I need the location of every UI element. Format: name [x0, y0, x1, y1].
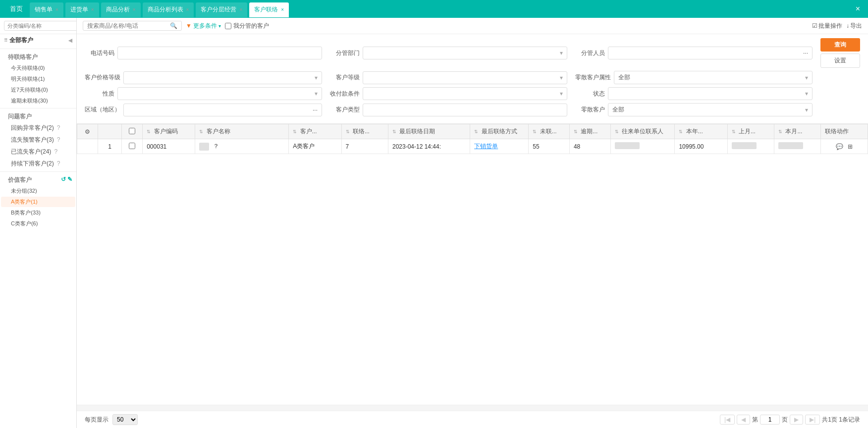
close-tab-customer-tier[interactable]: × [239, 7, 242, 12]
batch-op-button[interactable]: ☑ 批量操作 [812, 22, 842, 30]
filter-label-region: 区域（地区） [85, 106, 120, 114]
filter-input-customer-type[interactable] [363, 104, 567, 116]
toolbar-search-input[interactable] [87, 22, 168, 29]
row-check[interactable] [121, 139, 142, 154]
sort-icon-type: ⇅ [293, 129, 297, 134]
help-icon-repurchase[interactable]: ? [57, 124, 60, 131]
filter-item-dept: 分管部门 ▾ [330, 47, 567, 59]
sort-icon-this-month: ⇅ [778, 129, 782, 134]
name-icon [199, 143, 209, 151]
col-header-type[interactable]: ⇅ 客户... [289, 124, 341, 139]
gear-icon[interactable]: ⚙ [85, 128, 90, 135]
export-button[interactable]: ↓ 导出 [846, 22, 862, 30]
sidebar-item-repurchase-abnormal[interactable]: 回购异常客户(2) ? [1, 122, 75, 134]
help-icon-churn-warning[interactable]: ? [57, 136, 60, 143]
sort-icon-person: ⇅ [615, 129, 619, 134]
sidebar-item-class-a[interactable]: A类客户(1) [1, 197, 75, 207]
chat-action-icon[interactable]: 💬 [836, 143, 843, 150]
sidebar-item-overdue-contact[interactable]: 逾期未联络(30) [1, 96, 75, 106]
help-icon-declining[interactable]: ? [57, 160, 60, 167]
next-page-button[interactable]: ▶ [790, 415, 803, 425]
filter-input-phone[interactable] [117, 47, 322, 59]
filter-input-region[interactable]: ··· [123, 104, 322, 116]
prev-page-button[interactable]: ◀ [737, 415, 750, 425]
col-header-last-month[interactable]: ⇅ 上月... [727, 124, 774, 139]
filter-row-1: 电话号码 分管部门 ▾ 分管人员 ··· [85, 38, 860, 68]
help-icon-churned[interactable]: ? [54, 148, 57, 155]
settings-button[interactable]: 设置 [820, 54, 860, 68]
sidebar-item-churn-warning[interactable]: 流失预警客户(3) ? [1, 134, 75, 146]
col-header-this-year[interactable]: ⇅ 本年... [675, 124, 727, 139]
filter-label-retail-customer: 零散客户 [575, 106, 605, 114]
filter-input-nature[interactable]: ▾ [117, 87, 322, 100]
col-header-no-contact[interactable]: ⇅ 未联... [529, 124, 570, 139]
filter-input-person[interactable]: ··· [608, 47, 813, 59]
row-last-way[interactable]: 下销货单 [470, 139, 529, 154]
my-customers-checkbox-label[interactable]: 我分管的客户 [225, 22, 269, 30]
nav-tab-sales[interactable]: 销售单 × [30, 2, 63, 17]
filter-input-retail-attr[interactable]: 全部 ▾ [614, 71, 813, 84]
sidebar-item-class-c[interactable]: C类客户(6) [1, 218, 75, 229]
horizontal-scrollbar[interactable] [77, 405, 868, 411]
filter-input-price-level[interactable]: ▾ [123, 71, 322, 84]
col-header-this-month[interactable]: ⇅ 本月... [774, 124, 821, 139]
row-num: 1 [98, 139, 121, 154]
col-header-num [98, 124, 121, 139]
select-all-checkbox[interactable] [129, 128, 135, 134]
col-header-actions: 联络动作 [821, 124, 868, 139]
sidebar-item-today-contact[interactable]: 今天待联络(0) [1, 63, 75, 73]
row-checkbox[interactable] [129, 143, 135, 149]
sort-icon-no-contact: ⇅ [533, 129, 537, 134]
col-header-overdue[interactable]: ⇅ 逾期... [569, 124, 610, 139]
filter-actions-col: 查询 设置 [820, 38, 860, 68]
close-tab-product-analysis[interactable]: × [133, 7, 136, 12]
toolbar-search-icon[interactable]: 🔍 [170, 22, 177, 29]
close-tab-sales[interactable]: × [55, 7, 58, 12]
close-tab-product-list[interactable]: × [186, 7, 189, 12]
nav-home[interactable]: 首页 [4, 4, 29, 13]
col-header-name[interactable]: ⇅ 客户名称 [195, 124, 289, 139]
sidebar-item-class-b[interactable]: B类客户(33) [1, 208, 75, 218]
nav-tab-product-list[interactable]: 商品分析列表 × [143, 2, 194, 17]
filter-input-customer-level[interactable]: ▾ [363, 71, 567, 84]
col-header-last-date[interactable]: ⇅ 最后联络日期 [388, 124, 470, 139]
first-page-button[interactable]: |◀ [720, 415, 735, 425]
row-this-month [774, 139, 821, 154]
sidebar-search-input[interactable] [4, 21, 77, 31]
filter-input-retail-customer[interactable]: 全部 ▾ [608, 103, 813, 116]
toolbar-filter-more[interactable]: ▼ 更多条件 ▾ [186, 22, 221, 30]
page-number-input[interactable] [760, 415, 780, 425]
sidebar-item-7days-contact[interactable]: 近7天待联络(0) [1, 85, 75, 95]
nav-tab-customer-contact[interactable]: 客户联络 × [249, 2, 289, 17]
sidebar-all-customers[interactable]: ⠿ 全部客户 ◀ [0, 34, 76, 47]
col-header-person[interactable]: ⇅ 往来单位联系人 [610, 124, 675, 139]
my-customers-checkbox[interactable] [225, 23, 231, 29]
sidebar: 🔍 ⠿ 全部客户 ◀ 待联络客户 今天待联络(0) 明天待联络(1) 近7天待联… [0, 18, 77, 428]
sidebar-item-unclassified[interactable]: 未分组(32) [1, 186, 75, 196]
group-actions-value[interactable]: ↺ ✎ [61, 176, 72, 183]
query-button[interactable]: 查询 [820, 38, 860, 52]
nav-tab-purchase[interactable]: 进货单 × [65, 2, 99, 17]
last-page-button[interactable]: ▶| [805, 415, 820, 425]
sidebar-item-churned[interactable]: 已流失客户(24) ? [1, 146, 75, 158]
col-header-contact-count[interactable]: ⇅ 联络... [341, 124, 388, 139]
window-close-button[interactable]: × [852, 4, 864, 13]
close-tab-purchase[interactable]: × [91, 7, 94, 12]
filter-input-payment[interactable]: ▾ [363, 87, 567, 100]
col-header-code[interactable]: ⇅ 客户编码 [143, 124, 195, 139]
row-name[interactable]: ？ [195, 139, 289, 154]
nav-tab-product-analysis[interactable]: 商品分析 × [101, 2, 141, 17]
sidebar-item-declining[interactable]: 持续下滑客户(2) ? [1, 158, 75, 169]
nav-tab-customer-tier[interactable]: 客户分层经营 × [196, 2, 247, 17]
filter-input-dept[interactable]: ▾ [363, 47, 567, 59]
close-tab-customer-contact[interactable]: × [281, 7, 284, 12]
filter-row-4: 区域（地区） ··· 客户类型 零散客户 全部 ▾ [85, 103, 860, 116]
collapse-sidebar-icon[interactable]: ◀ [68, 38, 72, 43]
sidebar-item-tomorrow-contact[interactable]: 明天待联络(1) [1, 74, 75, 84]
col-header-check[interactable] [121, 124, 142, 139]
col-header-last-way[interactable]: ⇅ 最后联络方式 [470, 124, 529, 139]
qrcode-action-icon[interactable]: ⊞ [848, 143, 853, 150]
filter-input-status[interactable]: ▾ [608, 87, 813, 100]
col-header-gear[interactable]: ⚙ [77, 124, 98, 139]
per-page-select[interactable]: 50 100 200 [112, 414, 138, 425]
